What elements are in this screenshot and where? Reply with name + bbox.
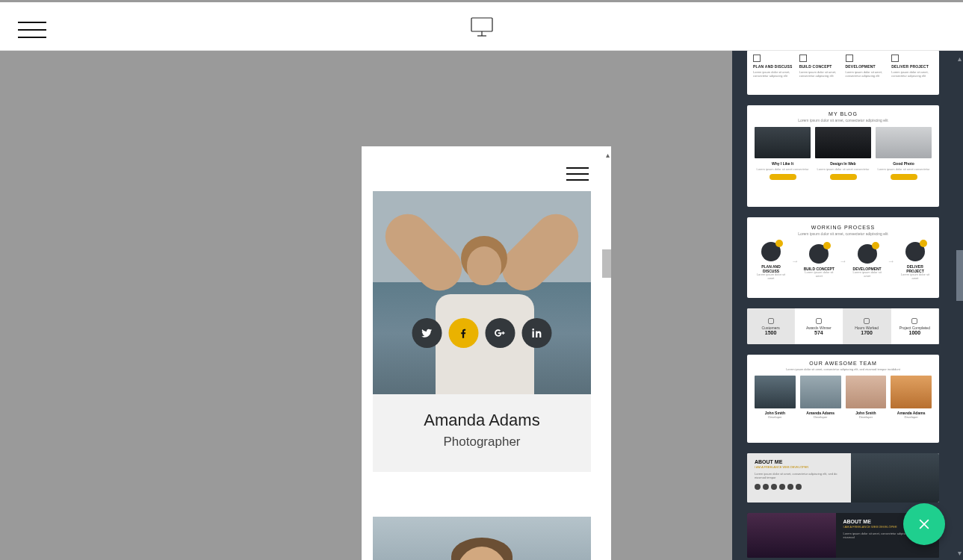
team-member-photo (373, 191, 591, 394)
team-member-role: Photographer (380, 435, 583, 449)
panel-scroll-down-icon[interactable]: ▾ (958, 549, 962, 557)
main-menu-button[interactable] (18, 16, 46, 38)
site-menu-button[interactable] (566, 163, 589, 185)
panel-scroll-up-icon[interactable]: ▴ (958, 55, 962, 63)
twitter-icon[interactable] (412, 318, 442, 348)
social-icons-row (412, 318, 552, 348)
block-thumb-team[interactable]: OUR AWESOME TEAM Lorem ipsum dolor sit a… (747, 355, 939, 443)
facebook-icon[interactable] (449, 318, 479, 348)
blocks-list[interactable]: PLAN AND DISCUSSLorem ipsum dolor sit am… (732, 50, 954, 560)
top-toolbar (0, 2, 963, 51)
blocks-panel: Blocks All ▴ ▾ PLAN AND DISCUSSLorem ips… (732, 2, 963, 560)
preview-scrollbar-thumb[interactable] (602, 249, 611, 278)
panel-scrollbar-thumb[interactable] (956, 250, 963, 301)
device-preview-icon[interactable] (468, 16, 495, 38)
scroll-up-arrow-icon[interactable]: ▴ (606, 151, 610, 159)
mobile-preview-frame: ▴ ▾ (362, 146, 611, 560)
team-member-card-next[interactable] (373, 517, 591, 560)
preview-scrollbar[interactable] (602, 160, 611, 560)
svg-rect-0 (471, 18, 492, 31)
team-member-name: Amanda Adams (380, 411, 583, 430)
editor-canvas: ▴ ▾ (0, 51, 732, 560)
google-plus-icon[interactable] (486, 318, 515, 348)
block-thumb-blog[interactable]: MY BLOG Lorem ipsum dolor sit amet, cons… (747, 105, 939, 207)
team-member-card[interactable]: Amanda Adams Photographer (373, 191, 591, 472)
close-panel-button[interactable] (903, 503, 945, 545)
mobile-preview-content: Amanda Adams Photographer (362, 146, 602, 560)
linkedin-icon[interactable] (522, 318, 552, 348)
block-thumb-stats[interactable]: Customers1500 Awards Winner574 Hours Wor… (747, 308, 939, 344)
block-thumb-features[interactable]: PLAN AND DISCUSSLorem ipsum dolor sit am… (747, 50, 939, 95)
block-thumb-process[interactable]: WORKING PROCESS Lorem ipsum dolor sit am… (747, 217, 939, 298)
block-thumb-about-light[interactable]: ABOUT ME I AM A FREELANCE WEB DEVELOPER … (747, 453, 939, 503)
